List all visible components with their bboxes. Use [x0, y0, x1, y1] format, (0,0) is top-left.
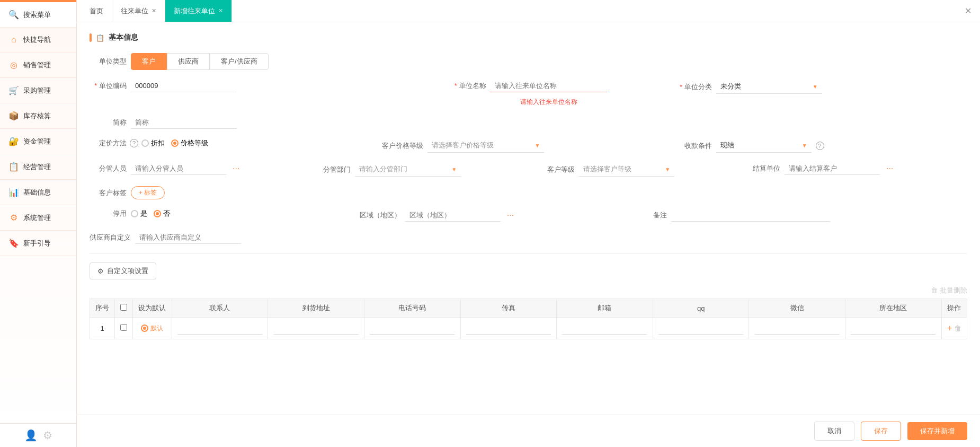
cell-wechat[interactable] [749, 318, 845, 339]
cell-contact[interactable] [172, 318, 268, 339]
unit-type-both[interactable]: 客户/供应商 [210, 53, 269, 70]
remark-field: 备注 [630, 209, 967, 222]
add-row-btn[interactable]: + [947, 323, 952, 332]
discount-radio-circle [141, 139, 149, 147]
footer: 取消 保存 保存并新增 [77, 415, 980, 447]
disabled-no-circle [154, 210, 161, 217]
pricing-discount-radio[interactable]: 折扣 [141, 138, 165, 148]
cell-address[interactable] [268, 318, 364, 339]
unit-type-field: 单位类型 客户 供应商 客户/供应商 [90, 53, 967, 70]
manager-input[interactable] [131, 162, 226, 175]
customer-grade-select[interactable]: 请选择客户等级 ▼ [579, 162, 674, 177]
sidebar-item-finance[interactable]: 🔐 资金管理 [0, 129, 76, 154]
unit-code-input[interactable] [131, 80, 237, 92]
grade-radio-circle [171, 139, 179, 147]
default-radio-item[interactable]: 默认 [138, 324, 166, 333]
save-button[interactable]: 保存 [861, 422, 901, 441]
tab-bar: 首页 往来单位 ✕ 新增往来单位 ✕ ✕ [77, 0, 980, 22]
cell-fax[interactable] [460, 318, 557, 339]
table-row: 1 默认 [90, 318, 967, 339]
manager-row: 分管人员 ··· 分管部门 请输入分管部门 ▼ 客户等级 请选择客户等级 ▼ 结… [90, 162, 967, 177]
address-input[interactable] [274, 322, 359, 335]
sidebar-item-inventory[interactable]: 📦 库存核算 [0, 103, 76, 129]
settlement-dots-btn[interactable]: ··· [884, 164, 895, 173]
unit-type-group: 客户 供应商 客户/供应商 [131, 53, 269, 70]
wechat-input[interactable] [755, 322, 840, 335]
cell-qq[interactable] [653, 318, 749, 339]
close-all-tabs[interactable]: ✕ [960, 6, 976, 16]
remark-input[interactable] [671, 209, 830, 222]
settlement-unit-field: 结算单位 ··· [743, 162, 967, 175]
disabled-yes-circle [131, 210, 138, 217]
region-table-input[interactable] [851, 322, 936, 335]
disabled-no-radio[interactable]: 否 [154, 209, 170, 218]
cell-email[interactable] [557, 318, 653, 339]
sidebar-item-quick-nav[interactable]: ⌂ 快捷导航 [0, 28, 76, 52]
payment-help-icon[interactable]: ? [816, 142, 824, 150]
manager-dots-btn[interactable]: ··· [230, 164, 242, 173]
save-new-button[interactable]: 保存并新增 [907, 422, 967, 440]
unit-type-customer[interactable]: 客户 [131, 53, 167, 70]
tab-new-partner[interactable]: 新增往来单位 ✕ [165, 0, 232, 22]
payment-terms-arrow-icon: ▼ [802, 143, 807, 148]
sidebar-item-search[interactable]: 🔍 搜索菜单 [0, 2, 76, 28]
qq-input[interactable] [658, 322, 743, 335]
region-dots-btn[interactable]: ··· [505, 211, 516, 220]
region-input[interactable] [405, 209, 501, 222]
select-all-checkbox[interactable] [120, 304, 127, 311]
cell-checkbox [115, 318, 133, 339]
phone-input[interactable] [370, 322, 455, 335]
cell-phone[interactable] [364, 318, 460, 339]
unit-category-select[interactable]: 未分类 ▼ [716, 80, 822, 94]
tab-partner[interactable]: 往来单位 ✕ [112, 0, 165, 22]
supplier-custom-input[interactable] [135, 231, 241, 244]
payment-terms-select[interactable]: 现结 ▼ [716, 138, 812, 153]
row-checkbox[interactable] [120, 324, 127, 331]
home-icon: ⌂ [8, 35, 19, 45]
del-row-btn[interactable]: 🗑 [954, 324, 961, 332]
pricing-radio-group: 折扣 价格等级 [141, 138, 208, 148]
close-new-partner-tab[interactable]: ✕ [218, 7, 223, 14]
disabled-radio-group: 是 否 [131, 209, 170, 218]
contact-input[interactable] [177, 322, 262, 335]
section-title: 📋 基本信息 [90, 33, 967, 42]
sidebar-item-operations[interactable]: 📋 经营管理 [0, 154, 76, 180]
sales-icon: ◎ [8, 60, 19, 70]
sidebar-item-guide[interactable]: 🔖 新手引导 [0, 231, 76, 256]
cancel-button[interactable]: 取消 [814, 422, 854, 441]
tab-home[interactable]: 首页 [81, 0, 112, 22]
cell-region[interactable] [845, 318, 942, 339]
settlement-unit-input[interactable] [785, 162, 880, 175]
purchase-icon: 🛒 [8, 85, 19, 95]
unit-type-supplier[interactable]: 供应商 [167, 53, 210, 70]
settings-bottom-icon[interactable]: ⚙ [43, 429, 52, 442]
unit-code-field: 单位编码 [90, 80, 382, 92]
sidebar-bottom: 👤 ⚙ [0, 423, 76, 447]
cell-action: + 🗑 [941, 318, 967, 339]
col-email: 邮箱 [557, 299, 653, 318]
department-select[interactable]: 请输入分管部门 ▼ [355, 162, 461, 177]
email-input[interactable] [562, 322, 647, 335]
pricing-grade-radio[interactable]: 价格等级 [171, 138, 208, 148]
department-arrow-icon: ▼ [451, 166, 457, 172]
section-bar [90, 33, 92, 42]
custom-settings-btn[interactable]: ⚙ 自定义项设置 [90, 262, 156, 279]
pricing-help-icon[interactable]: ? [130, 139, 138, 147]
sidebar-item-purchase[interactable]: 🛒 采购管理 [0, 78, 76, 103]
unit-name-input[interactable] [491, 80, 607, 92]
abbreviation-input[interactable] [131, 116, 237, 129]
sidebar-item-system[interactable]: ⚙ 系统管理 [0, 205, 76, 231]
sidebar-item-sales[interactable]: ◎ 销售管理 [0, 52, 76, 78]
customer-price-select[interactable]: 请选择客户价格等级 ▼ [427, 138, 544, 153]
fax-input[interactable] [466, 322, 551, 335]
unit-name-error: 请输入往来单位名称 [520, 98, 577, 107]
batch-delete-icon: 🗑 [931, 286, 938, 294]
region-field: 区域（地区） ··· [360, 209, 630, 222]
disabled-yes-radio[interactable]: 是 [131, 209, 147, 218]
user-icon[interactable]: 👤 [24, 429, 38, 442]
cell-seq: 1 [90, 318, 115, 339]
section-icon: 📋 [96, 34, 104, 42]
sidebar-item-basic-info[interactable]: 📊 基础信息 [0, 180, 76, 205]
close-partner-tab[interactable]: ✕ [152, 7, 156, 14]
add-tag-btn[interactable]: + 标签 [131, 186, 165, 199]
